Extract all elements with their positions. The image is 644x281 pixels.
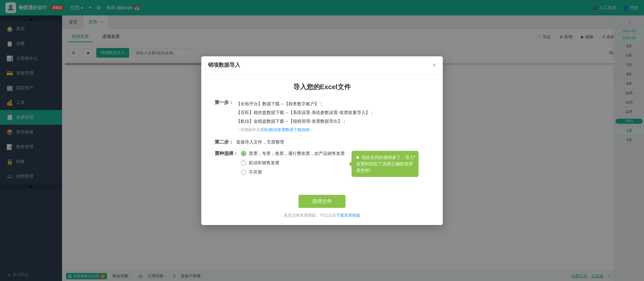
modal-title: 销项数据导入 [208, 62, 240, 69]
guide-link[interactable]: 百旺/航信发票数据下载指南 [260, 127, 310, 132]
radio-option-normal[interactable]: 普票，专票，卷票，通行费发票，农产品销售发票 [241, 151, 345, 157]
step2-label: 第二步： [215, 139, 233, 145]
tooltip-dot [356, 156, 359, 159]
footer-note: 若您没有发票模版，可以点击下载发票模版 [215, 213, 429, 218]
download-template-link[interactable]: 下载发票模版 [336, 213, 360, 218]
tooltip-bubble: × 现在支持的票种多了，导入发票时别忘了选择正确的发票类型呀! [352, 151, 419, 177]
step1-line2: 【百旺】税控盘数据下载→【系统设置-系统参数设置-发票批量导入】； [236, 108, 374, 117]
modal-overlay: 销项数据导入 × 导入您的Excel文件 第一步： 【全电平台】数据下载→【税务… [0, 0, 644, 281]
tooltip-close-btn[interactable]: × [413, 153, 416, 160]
radio-circle-normal[interactable] [241, 151, 246, 156]
step2-content: 直接导入文件，无需整理 [236, 139, 284, 145]
tooltip-text: 现在支持的票种多了，导入发票时别忘了选择正确的发票类型呀! [356, 155, 414, 173]
step-1: 第一步： 【全电平台】数据下载→【税务数字账户】； 【百旺】税控盘数据下载→【系… [215, 100, 429, 134]
modal-close-button[interactable]: × [432, 62, 436, 68]
ticket-choice: 票种选择： 普票，专票，卷票，通行费发票，农产品销售发票 机动车销售 [215, 151, 429, 179]
radio-circle-motor[interactable] [241, 160, 246, 166]
modal-footer: 选择文件 若您没有发票模版，可以点击下载发票模版 [201, 191, 443, 225]
radio-group: 普票，专票，卷票，通行费发票，农产品销售发票 机动车销售发票 不开票 [241, 151, 345, 179]
select-file-button[interactable]: 选择文件 [299, 195, 345, 208]
step1-label: 第一步： [215, 100, 233, 106]
import-modal: 销项数据导入 × 导入您的Excel文件 第一步： 【全电平台】数据下载→【税务… [201, 56, 443, 225]
step1-content: 【全电平台】数据下载→【税务数字账户】； 【百旺】税控盘数据下载→【系统设置-系… [236, 100, 374, 134]
step1-line3: 【航信】金税盘数据下载→【报税管理-发票数据导出】； [236, 117, 374, 126]
radio-circle-no-invoice[interactable] [241, 170, 246, 175]
modal-body: 导入您的Excel文件 第一步： 【全电平台】数据下载→【税务数字账户】； 【百… [201, 74, 443, 191]
step1-line1: 【全电平台】数据下载→【税务数字账户】； [236, 100, 374, 108]
radio-option-no-invoice[interactable]: 不开票 [241, 169, 345, 175]
ticket-choice-label: 票种选择： [215, 151, 238, 157]
modal-header: 销项数据导入 × [201, 56, 443, 74]
step-2: 第二步： 直接导入文件，无需整理 [215, 139, 429, 145]
modal-main-title: 导入您的Excel文件 [215, 82, 429, 92]
radio-dot-normal [242, 152, 245, 155]
radio-option-motor[interactable]: 机动车销售发票 [241, 160, 345, 166]
step1-note: （详细操作见百旺/航信发票数据下载指南） [236, 126, 374, 134]
radio-label-motor: 机动车销售发票 [249, 160, 279, 166]
footer-note-prefix: 若您没有发票模版，可以点击 [284, 213, 336, 218]
radio-label-no-invoice: 不开票 [249, 169, 262, 175]
radio-label-normal: 普票，专票，卷票，通行费发票，农产品销售发票 [249, 151, 345, 157]
